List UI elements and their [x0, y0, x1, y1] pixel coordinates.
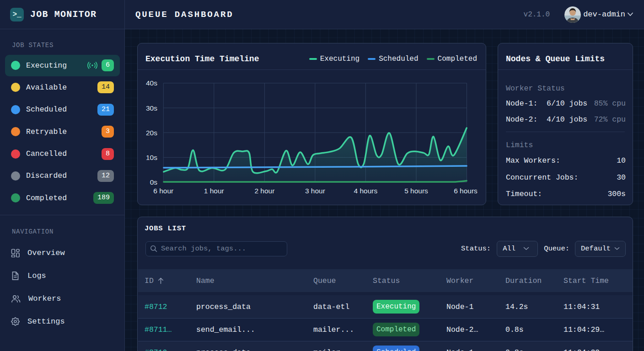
svg-text:40s: 40s: [146, 79, 157, 87]
svg-text:5 hours: 5 hours: [404, 187, 428, 195]
svg-text:30s: 30s: [146, 104, 157, 112]
svg-text:4 hours: 4 hours: [354, 187, 378, 195]
svg-text:2 hour: 2 hour: [254, 187, 274, 195]
svg-text:0s: 0s: [150, 178, 158, 186]
svg-text:6 hour: 6 hour: [153, 187, 173, 195]
svg-text:10s: 10s: [146, 154, 157, 161]
svg-text:6 hours: 6 hours: [454, 187, 478, 195]
svg-text:20s: 20s: [146, 129, 157, 137]
svg-text:3 hour: 3 hour: [305, 187, 325, 195]
svg-text:1 hour: 1 hour: [204, 187, 224, 195]
